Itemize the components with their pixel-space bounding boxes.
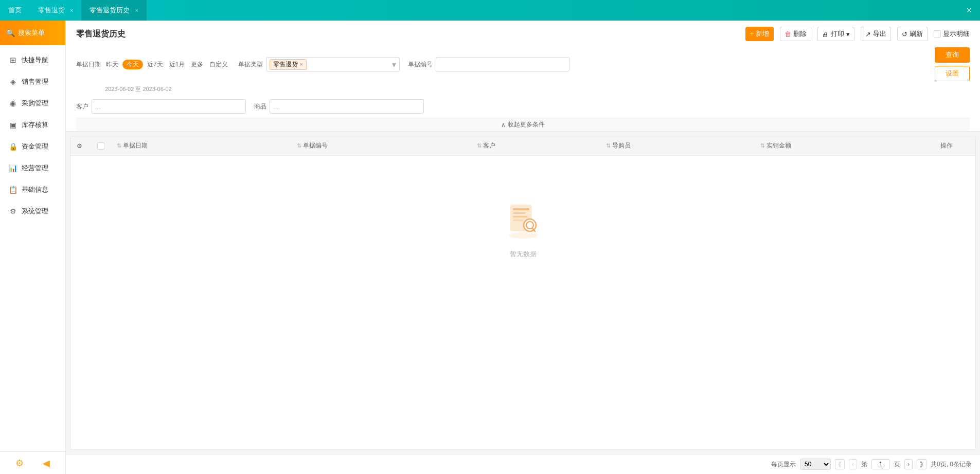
tab-home-label: 首页 <box>8 6 22 15</box>
sidebar-item-quick-nav[interactable]: ⊞ 快捷导航 <box>0 49 65 71</box>
filter-row-1: 单据日期 昨天 今天 近7天 近1月 更多 自定义 单据类型 <box>76 47 970 81</box>
sidebar-item-finance[interactable]: 🔒 资金管理 <box>0 136 65 157</box>
page-label: 页 <box>894 460 900 469</box>
collapse-filter-btn[interactable]: ∧ 收起更多条件 <box>76 118 970 131</box>
th-check[interactable] <box>91 136 111 156</box>
sidebar-item-purchase[interactable]: ◉ 采购管理 <box>0 93 65 114</box>
th-date[interactable]: 单据日期 <box>111 136 291 156</box>
sidebar-item-sales[interactable]: ◈ 销售管理 <box>0 71 65 93</box>
page-input[interactable] <box>871 459 890 469</box>
empty-state-cell: 暂无数据 <box>70 156 975 300</box>
tab-list: 首页 零售退货 × 零售退货历史 × <box>0 0 966 21</box>
filter-date-group: 单据日期 昨天 今天 近7天 近1月 更多 自定义 <box>76 60 230 69</box>
sidebar-item-inventory[interactable]: ▣ 库存核算 <box>0 114 65 136</box>
tab-retail-return-history-label: 零售退货历史 <box>90 6 130 15</box>
svg-point-0 <box>509 232 538 239</box>
main-layout: 🔍 搜索菜单 ⊞ 快捷导航 ◈ 销售管理 ◉ 采购管理 ▣ 库存核算 🔒 资金 <box>0 21 980 474</box>
refresh-button[interactable]: ↺ 刷新 <box>897 27 928 41</box>
th-customer[interactable]: 客户 <box>471 136 599 156</box>
th-amount[interactable]: 实销金额 <box>754 136 934 156</box>
refresh-label: 刷新 <box>910 29 923 39</box>
goods-input-wrapper[interactable]: ... <box>270 99 424 114</box>
customer-input-wrapper[interactable]: ... <box>92 99 246 114</box>
voucher-no-input[interactable] <box>436 57 569 71</box>
export-button[interactable]: ↗ 导出 <box>861 27 891 41</box>
prev-page-btn[interactable]: ‹ <box>849 459 857 469</box>
date-btn-yesterday[interactable]: 昨天 <box>104 60 120 69</box>
sidebar-item-sales-label: 销售管理 <box>22 77 48 86</box>
system-icon: ⚙ <box>8 207 17 216</box>
customer-label: 客户 <box>76 102 88 111</box>
sidebar-search-label: 搜索菜单 <box>18 28 45 38</box>
empty-text: 暂无数据 <box>510 249 537 259</box>
first-page-btn[interactable]: ⟪ <box>835 459 845 469</box>
filter-voucher-type-group: 单据类型 零售退货 × ▾ <box>238 57 400 71</box>
table-head: ⚙ 单据日期 单据编号 客户 <box>70 136 975 156</box>
date-btn-1month[interactable]: 近1月 <box>167 60 187 69</box>
tab-retail-return[interactable]: 零售退货 × <box>30 0 81 21</box>
top-bar: 首页 零售退货 × 零售退货历史 × × <box>0 0 980 21</box>
sidebar-item-basic-info[interactable]: 📋 基础信息 <box>0 179 65 200</box>
query-button[interactable]: 查询 <box>935 47 970 63</box>
tab-retail-return-history[interactable]: 零售退货历史 × <box>81 0 146 21</box>
voucher-type-tag-wrapper[interactable]: 零售退货 × ▾ <box>266 57 400 71</box>
filter-row-3: 客户 ... 商品 ... <box>76 99 970 114</box>
sidebar-pin-btn[interactable]: ◀ <box>43 458 50 469</box>
sidebar-item-system[interactable]: ⚙ 系统管理 <box>0 200 65 222</box>
sidebar-nav: ⊞ 快捷导航 ◈ 销售管理 ◉ 采购管理 ▣ 库存核算 🔒 资金管理 📊 经营管 <box>0 45 65 451</box>
filter-goods-group: 商品 ... <box>254 99 424 114</box>
display-toggle[interactable]: 显示明细 <box>934 29 970 39</box>
page-header: 零售退货历史 + 新增 🗑 删除 🖨 打印 ▾ ↗ 导出 <box>66 21 980 132</box>
empty-state-row: 暂无数据 <box>70 156 975 300</box>
date-btn-today[interactable]: 今天 <box>122 60 143 69</box>
date-btn-more[interactable]: 更多 <box>189 60 205 69</box>
display-checkbox[interactable] <box>934 30 941 38</box>
total-label: 共0页, 0条记录 <box>931 460 972 469</box>
th-guide-label: 导购员 <box>612 142 631 149</box>
window-close-btn[interactable]: × <box>966 5 980 16</box>
th-guide[interactable]: 导购员 <box>600 136 754 156</box>
customer-placeholder: ... <box>95 103 101 111</box>
toolbar-right: + 新增 🗑 删除 🖨 打印 ▾ ↗ 导出 ↺ <box>745 27 970 41</box>
last-page-btn[interactable]: ⟫ <box>917 459 926 469</box>
th-gear[interactable]: ⚙ <box>70 136 91 156</box>
th-no[interactable]: 单据编号 <box>291 136 471 156</box>
export-icon: ↗ <box>865 30 871 38</box>
sidebar-item-purchase-label: 采购管理 <box>22 99 48 108</box>
quick-nav-icon: ⊞ <box>8 56 17 65</box>
refresh-icon: ↺ <box>902 30 907 38</box>
voucher-type-dropdown-icon[interactable]: ▾ <box>392 60 396 69</box>
next-page-btn[interactable]: › <box>904 459 913 469</box>
inventory-icon: ▣ <box>8 120 17 130</box>
filter-row-2: 2023-06-02 至 2023-06-02 <box>76 85 970 95</box>
check-all-checkbox[interactable] <box>97 142 104 150</box>
tab-home[interactable]: 首页 <box>0 0 30 21</box>
tab-retail-return-history-close[interactable]: × <box>135 7 138 13</box>
date-btn-7days[interactable]: 近7天 <box>145 60 165 69</box>
date-label: 单据日期 <box>76 60 101 69</box>
table-header-row: ⚙ 单据日期 单据编号 客户 <box>70 136 975 156</box>
new-button[interactable]: + 新增 <box>745 27 774 41</box>
date-btn-custom[interactable]: 自定义 <box>207 60 230 69</box>
sidebar-item-inventory-label: 库存核算 <box>22 120 48 130</box>
sidebar-item-operation-label: 经营管理 <box>22 163 48 173</box>
delete-button[interactable]: 🗑 删除 <box>780 27 811 41</box>
search-icon: 🔍 <box>6 29 15 37</box>
svg-rect-5 <box>513 220 523 221</box>
page-size-select[interactable]: 10 20 50 100 <box>800 459 831 470</box>
sidebar-item-operation[interactable]: 📊 经营管理 <box>0 157 65 179</box>
sidebar-settings-btn[interactable]: ⚙ <box>15 458 24 469</box>
date-range-display: 2023-06-02 至 2023-06-02 <box>105 85 172 93</box>
print-button[interactable]: 🖨 打印 ▾ <box>817 27 854 41</box>
goods-label: 商品 <box>254 102 266 111</box>
th-ops-label: 操作 <box>940 142 953 149</box>
filter-settings-button[interactable]: 设置 <box>935 66 970 81</box>
export-label: 导出 <box>873 29 886 39</box>
voucher-type-tag-close[interactable]: × <box>299 61 302 67</box>
sidebar-search[interactable]: 🔍 搜索菜单 <box>0 21 65 45</box>
th-date-label: 单据日期 <box>123 142 148 149</box>
voucher-no-label: 单据编号 <box>408 60 433 69</box>
voucher-type-label: 单据类型 <box>238 60 263 69</box>
gear-icon[interactable]: ⚙ <box>77 142 82 150</box>
tab-retail-return-close[interactable]: × <box>70 7 73 13</box>
